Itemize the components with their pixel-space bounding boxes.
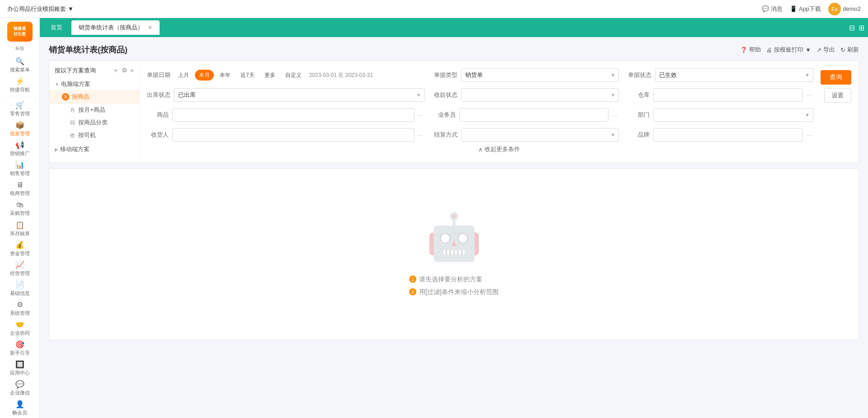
settlement-dropdown-btn[interactable]: ▼ xyxy=(461,128,619,142)
sidebar-item-retail[interactable]: 🛒 零售管理 xyxy=(2,99,38,119)
scheme-header-actions: ＋ ⚙ « xyxy=(113,66,134,75)
empty-tip-2: 2 用[过滤]条件来缩小分析范围 xyxy=(409,285,499,298)
tab-maximize-btn[interactable]: ⊞ xyxy=(859,24,864,32)
scheme-section-desktop-title[interactable]: ▼ 电脑端方案 xyxy=(49,78,139,90)
sidebar-item-system[interactable]: ⚙ 系统管理 xyxy=(2,299,38,318)
refresh-btn[interactable]: ↻ 刷新 xyxy=(840,46,859,54)
consignee-dots[interactable]: ··· xyxy=(416,132,425,138)
filter-item-salesman: 业务员 ··· xyxy=(434,108,619,122)
empty-tip-1: 1 请先选择要分析的方案 xyxy=(409,273,499,285)
app-download-btn[interactable]: 📱 App下载 xyxy=(790,5,821,13)
sidebar-item-member[interactable]: 👤 畅会员 xyxy=(2,398,38,418)
purchase-icon: 🛍 xyxy=(16,201,24,209)
filter-row-2: 出库状态 已出库 ▼ xyxy=(147,88,813,102)
by-goods-label: 按商品 xyxy=(72,93,90,101)
date-tag-custom[interactable]: 自定义 xyxy=(281,70,306,81)
scheme-item-by-goods[interactable]: 按 按商品 xyxy=(49,90,139,104)
out-status-dropdown-btn[interactable]: 已出库 ▼ xyxy=(174,88,425,102)
sidebar-item-ecommerce[interactable]: 🖥 电商管理 xyxy=(2,179,38,199)
salesman-input[interactable] xyxy=(459,108,609,122)
scheme-item-by-month-goods[interactable]: 月 按月+商品 xyxy=(49,104,139,116)
sidebar-label-wholesale: 批发管理 xyxy=(10,130,30,137)
dept-label: 部门 xyxy=(628,111,653,119)
sidebar-item-operation[interactable]: 📈 经营管理 xyxy=(2,259,38,279)
sidebar-item-purchase[interactable]: 🛍 采购管理 xyxy=(2,199,38,218)
consignee-input[interactable] xyxy=(172,128,415,142)
scheme-item-by-category[interactable]: 回 按商品分类 xyxy=(49,116,139,129)
export-label: 导出 xyxy=(823,46,835,54)
sidebar-item-sales[interactable]: 📊 销售管理 xyxy=(2,159,38,179)
app-selector[interactable]: 办公用品行业模拟账套 ▼ xyxy=(7,5,74,13)
sidebar-item-inventory[interactable]: 📋 库存核算 xyxy=(2,218,38,238)
payment-dropdown-btn[interactable]: ▼ xyxy=(461,88,619,102)
scheme-section-mobile: ▶ 移动端方案 xyxy=(49,143,139,155)
dept-dropdown-btn[interactable]: ▼ xyxy=(653,108,813,122)
sidebar-item-wechat[interactable]: 💬 企业微信 xyxy=(2,378,38,398)
scheme-item-by-driver[interactable]: 收 按司机 xyxy=(49,129,139,142)
sidebar-item-search[interactable]: 🔍 搜索菜单 xyxy=(2,55,38,75)
scheme-add-btn[interactable]: ＋ xyxy=(113,66,119,75)
warehouse-dots[interactable]: ··· xyxy=(805,92,813,99)
goods-dots[interactable]: ··· xyxy=(416,112,425,119)
brand-dots[interactable]: ··· xyxy=(805,132,813,138)
filter-row-4: 收货人 ··· 结算方式 xyxy=(147,128,813,142)
date-tag-this-year[interactable]: 本年 xyxy=(216,70,235,81)
date-tag-this-month[interactable]: 本月 xyxy=(195,70,214,81)
sidebar-item-marketing[interactable]: 📢 营销推广 xyxy=(2,139,38,159)
scheme-section-mobile-title[interactable]: ▶ 移动端方案 xyxy=(49,143,139,155)
content-area: 首页 销货单统计表（按商品） ✕ ⊟ ⊞ 销货单统计表(按商品) ❓ 帮助 xyxy=(40,18,868,418)
sidebar-item-quick[interactable]: ⚡ 快捷导航 xyxy=(2,75,38,95)
scheme-header: 按以下方案查询 ＋ ⚙ « xyxy=(49,66,139,78)
search-icon: 🔍 xyxy=(15,57,24,66)
doc-type-dropdown-btn[interactable]: 销货单 ▼ xyxy=(461,68,619,82)
filter-item-settlement: 结算方式 ▼ xyxy=(434,128,619,142)
message-btn[interactable]: 💬 消息 xyxy=(762,5,783,13)
scheme-collapse-btn[interactable]: « xyxy=(130,66,134,75)
sidebar-item-appcenter[interactable]: 🔲 应用中心 xyxy=(2,358,38,378)
brand-input[interactable] xyxy=(653,128,803,142)
sidebar-item-guide[interactable]: 🎯 新手引导 xyxy=(2,338,38,358)
query-btn[interactable]: 查询 xyxy=(821,70,851,85)
help-label: 帮助 xyxy=(749,46,761,54)
sidebar-label-finance: 资金管理 xyxy=(10,250,30,257)
doc-status-dropdown-btn[interactable]: 已生效 ▼ xyxy=(655,68,813,82)
filter-item-out-status: 出库状态 已出库 ▼ xyxy=(147,88,425,102)
doc-type-label: 单据类型 xyxy=(434,71,461,79)
settings-btn[interactable]: 设置 xyxy=(824,88,851,103)
sidebar-item-enterprise[interactable]: 🤝 企业协同 xyxy=(2,318,38,338)
sidebar-label-sales: 销售管理 xyxy=(10,170,30,177)
date-tag-last-month[interactable]: 上月 xyxy=(174,70,193,81)
tab-minimize-btn[interactable]: ⊟ xyxy=(849,24,855,32)
sidebar-item-basic[interactable]: 📄 基础信息 xyxy=(2,279,38,299)
dept-dropdown: ▼ xyxy=(653,108,813,122)
tab-close-btn[interactable]: ✕ xyxy=(148,24,152,31)
print-btn[interactable]: 🖨 按模板打印 ▼ xyxy=(766,46,811,54)
retail-icon: 🛒 xyxy=(15,101,24,109)
tip2-num: 2 xyxy=(409,288,416,295)
help-btn[interactable]: ❓ 帮助 xyxy=(740,46,761,54)
guide-icon: 🎯 xyxy=(15,340,24,349)
collapse-btn[interactable]: ∧ 收起更多条件 xyxy=(473,143,525,155)
by-driver-icon: 收 xyxy=(69,132,75,138)
sidebar-label-wechat: 企业微信 xyxy=(10,390,30,396)
salesman-label: 业务员 xyxy=(434,111,459,119)
date-tag-more[interactable]: 更多 xyxy=(260,70,279,81)
sidebar-item-finance[interactable]: 💰 资金管理 xyxy=(2,239,38,259)
sidebar-label-retail: 零售管理 xyxy=(10,110,30,117)
wechat-icon: 💬 xyxy=(15,380,24,389)
help-icon: ❓ xyxy=(740,47,747,53)
warehouse-input[interactable] xyxy=(653,88,803,102)
sidebar-item-wholesale[interactable]: 📦 批发管理 xyxy=(2,119,38,139)
tab-sales-stat[interactable]: 销货单统计表（按商品） ✕ xyxy=(71,20,160,35)
doc-type-dropdown: 销货单 ▼ xyxy=(461,68,619,82)
export-btn[interactable]: ↗ 导出 xyxy=(816,46,835,54)
tab-home[interactable]: 首页 xyxy=(43,20,70,35)
scheme-settings-btn[interactable]: ⚙ xyxy=(122,66,127,75)
user-profile-btn[interactable]: Ea demo2 xyxy=(828,3,861,15)
avatar: Ea xyxy=(828,3,841,15)
main-layout: 畅捷通好生意 标版 🔍 搜索菜单 ⚡ 快捷导航 🛒 零售管理 📦 批发管理 📢 … xyxy=(0,18,868,418)
goods-input[interactable] xyxy=(172,108,415,122)
date-tag-7days[interactable]: 近7天 xyxy=(236,70,259,81)
filter-rows: 单据日期 上月 本月 本年 近7天 更多 自定义 xyxy=(147,68,813,142)
salesman-dots[interactable]: ··· xyxy=(610,112,619,119)
